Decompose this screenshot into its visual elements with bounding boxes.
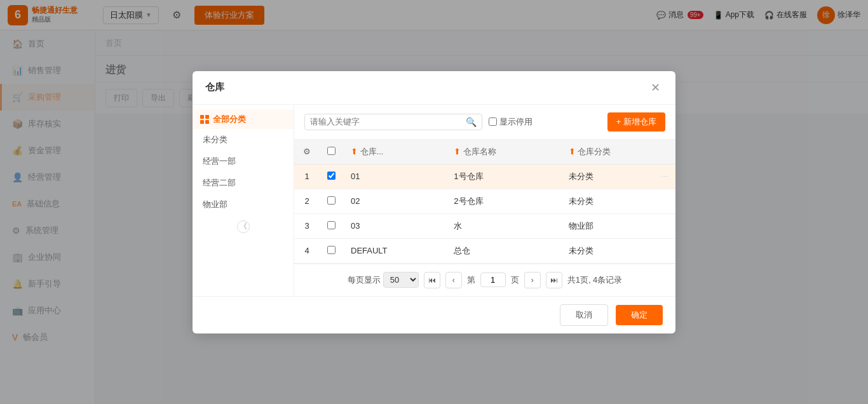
table-row[interactable]: 1 01 1号仓库 未分类··· [294, 164, 675, 189]
row-num: 2 [304, 196, 309, 206]
category-all-label: 全部分类 [213, 114, 246, 125]
table-row[interactable]: 4 DEFAULT 总仓 未分类 [294, 238, 675, 263]
modal-title: 仓库 [205, 81, 224, 93]
page-number-input[interactable] [480, 273, 506, 287]
th-no: ⬆ 仓库... [343, 140, 446, 165]
row-category: 未分类 [561, 238, 675, 263]
next-page-btn[interactable]: › [524, 272, 541, 288]
modal-header: 仓库 ✕ [193, 71, 675, 105]
row-settings[interactable]: 1 [294, 164, 320, 189]
row-name: 1号仓库 [446, 164, 560, 189]
row-settings[interactable]: 3 [294, 213, 320, 238]
pagination: 每页显示 50 100 ⏮ ‹ 第 页 › ⏭ 共1页, 4条记录 [294, 264, 675, 296]
modal-footer: 取消 确定 [193, 296, 675, 333]
row-no: 01 [343, 164, 446, 189]
page-size-select: 每页显示 50 100 [348, 272, 419, 288]
sort-icon: ⬆ [351, 147, 358, 156]
th-category: ⬆ 仓库分类 [561, 140, 675, 165]
last-page-btn[interactable]: ⏭ [546, 272, 562, 288]
search-box: 🔍 [304, 114, 482, 130]
category-item-1[interactable]: 经营一部 [193, 151, 294, 172]
row-category: 物业部 [561, 213, 675, 238]
th-name: ⬆ 仓库名称 [446, 140, 560, 165]
warehouse-modal: 仓库 ✕ 全部分类 未分类 经营一部 经营二部 [193, 71, 675, 333]
show-disabled-label[interactable]: 显示停用 [489, 116, 532, 128]
th-settings[interactable]: ⚙ [294, 140, 320, 165]
row-checkbox-cell[interactable] [320, 213, 343, 238]
row-category: 未分类 [561, 189, 675, 213]
category-all-item[interactable]: 全部分类 [193, 110, 294, 129]
prev-page-btn[interactable]: ‹ [445, 272, 462, 288]
table-row[interactable]: 2 02 2号仓库 未分类 [294, 189, 675, 213]
page-label: 第 [467, 274, 475, 286]
total-info: 共1页, 4条记录 [567, 274, 623, 286]
add-warehouse-btn[interactable]: + 新增仓库 [607, 112, 665, 131]
category-item-2[interactable]: 经营二部 [193, 172, 294, 194]
category-item-3[interactable]: 物业部 [193, 194, 294, 215]
th-no-label: ⬆ 仓库... [351, 147, 383, 156]
category-item-0[interactable]: 未分类 [193, 129, 294, 151]
show-disabled-text: 显示停用 [499, 116, 532, 128]
row-name: 水 [446, 213, 560, 238]
row-num: 3 [304, 221, 309, 231]
row-more-icon[interactable]: ··· [661, 171, 668, 180]
row-settings[interactable]: 2 [294, 189, 320, 213]
th-checkbox[interactable] [320, 140, 343, 165]
category-panel: 全部分类 未分类 经营一部 经营二部 物业部 《 [193, 105, 294, 296]
row-no: DEFAULT [343, 238, 446, 263]
table-body: 1 01 1号仓库 未分类··· 2 02 2号仓库 未分类 3 [294, 164, 675, 263]
collapse-panel-btn[interactable]: 《 [237, 220, 250, 233]
row-no: 03 [343, 213, 446, 238]
sort-icon-cat: ⬆ [569, 147, 576, 156]
table-row[interactable]: 3 03 水 物业部 [294, 213, 675, 238]
per-page-label: 每页显示 [348, 274, 381, 286]
row-num: 4 [304, 246, 309, 255]
table-wrapper: ⚙ ⬆ 仓库... [294, 140, 675, 264]
row-settings[interactable]: 4 [294, 238, 320, 263]
row-name: 总仓 [446, 238, 560, 263]
row-checkbox[interactable] [327, 196, 336, 205]
row-checkbox[interactable] [327, 221, 336, 229]
table-header-row: ⚙ ⬆ 仓库... [294, 140, 675, 165]
grid-icon [200, 115, 209, 124]
row-name: 2号仓库 [446, 189, 560, 213]
row-checkbox-cell[interactable] [320, 238, 343, 263]
confirm-btn[interactable]: 确定 [616, 305, 663, 325]
row-category: 未分类··· [561, 164, 675, 189]
per-page-dropdown[interactable]: 50 100 [383, 272, 419, 288]
select-all-checkbox[interactable] [327, 147, 336, 155]
data-toolbar: 🔍 显示停用 + 新增仓库 [294, 105, 675, 140]
search-icon[interactable]: 🔍 [466, 117, 477, 127]
row-checkbox[interactable] [327, 172, 336, 180]
show-disabled-checkbox[interactable] [489, 118, 497, 126]
page-unit: 页 [511, 274, 519, 286]
data-panel: 🔍 显示停用 + 新增仓库 ⚙ [294, 105, 675, 296]
row-checkbox-cell[interactable] [320, 164, 343, 189]
row-num: 1 [304, 172, 309, 181]
modal-body: 全部分类 未分类 经营一部 经营二部 物业部 《 [193, 105, 675, 296]
first-page-btn[interactable]: ⏮ [424, 272, 440, 288]
row-no: 02 [343, 189, 446, 213]
search-input[interactable] [310, 117, 466, 126]
row-checkbox[interactable] [327, 246, 336, 254]
modal-close-btn[interactable]: ✕ [648, 80, 663, 95]
modal-overlay: 仓库 ✕ 全部分类 未分类 经营一部 经营二部 [0, 0, 868, 404]
row-checkbox-cell[interactable] [320, 189, 343, 213]
cancel-btn[interactable]: 取消 [560, 304, 608, 326]
warehouse-table: ⚙ ⬆ 仓库... [294, 140, 675, 264]
sort-icon-name: ⬆ [454, 147, 461, 156]
